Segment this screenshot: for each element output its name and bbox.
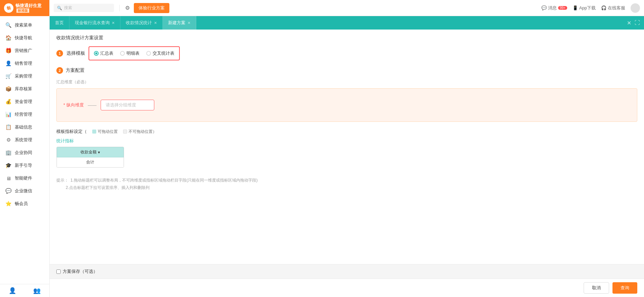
radio-cross-circle (146, 51, 151, 56)
sidebar-item-guide[interactable]: 🎓 新手引导 (0, 159, 49, 172)
tab-home[interactable]: 首页 (50, 16, 69, 30)
wechat-icon: 💬 (5, 188, 11, 194)
tab-expand-icon[interactable]: ⛶ (635, 20, 640, 26)
support-btn[interactable]: 🎧 在线客服 (601, 5, 625, 11)
cart-icon: 🛒 (5, 73, 11, 79)
logo-icon: 畅 (4, 3, 13, 13)
sidebar-footer-avatar1[interactable]: 👤 (9, 287, 16, 294)
tab-new-plan-close[interactable]: ✕ (187, 21, 191, 25)
sidebar-item-system[interactable]: ⚙ 系统管理 (0, 134, 49, 146)
metrics-label: 统计指标 (56, 138, 637, 144)
main-area: 🔍 搜索 ⚙ 体验行业方案 💬 消息 99+ 📱 App下载 🎧 在线客服 (50, 0, 644, 297)
gear-icon: ⚙ (5, 137, 11, 143)
radio-summary-circle (94, 51, 99, 56)
step2-header: 2 方案配置 (56, 67, 637, 74)
metrics-table-wrap: 收款金额 ▾ 合计 (56, 147, 124, 168)
step1-row: 1 选择模板 汇总表 明细表 (56, 46, 637, 60)
edition-badge: 标准版 (16, 8, 30, 13)
radio-detail-circle (120, 51, 125, 56)
topbar-right: 💬 消息 99+ 📱 App下载 🎧 在线客服 (541, 3, 640, 13)
hint-fixed: 不可拖动位置） (123, 129, 157, 135)
sidebar-item-member[interactable]: ⭐ 畅会员 (0, 197, 49, 210)
save-checkbox-label[interactable]: 方案保存（可选） (56, 268, 98, 275)
action-bar: 取消 查询 (50, 279, 644, 297)
download-icon: 📱 (573, 5, 578, 10)
save-checkbox[interactable] (56, 269, 61, 274)
logo-text: 畅捷通好生意 (15, 3, 42, 8)
dimension-title: 汇总维度（必选） (56, 79, 637, 85)
building-icon: 🏢 (5, 150, 11, 156)
footer-save-section: 方案保存（可选） (50, 264, 644, 279)
sidebar-item-basic-info[interactable]: 📋 基础信息 (0, 121, 49, 134)
sidebar-item-smart-hardware[interactable]: 🖥 智能硬件 (0, 172, 49, 185)
radio-summary-dot (95, 52, 97, 54)
topbar-search[interactable]: 🔍 搜索 (54, 4, 114, 12)
metrics-cell-total: 合计 (57, 157, 124, 167)
cancel-button[interactable]: 取消 (584, 282, 609, 294)
dimension-select[interactable]: 请选择分组维度 (101, 100, 154, 110)
tip-title: 提示： 1.拖动标题栏可以调整布局，不可跨维度或指标区域拖动栏目字段(只能在同一… (56, 177, 637, 184)
sidebar-item-sales[interactable]: 👤 销售管理 (0, 57, 49, 70)
topbar-divider (119, 5, 120, 11)
dropdown-icon: ▾ (98, 150, 100, 155)
sidebar-item-inventory[interactable]: 📦 库存核算 (0, 83, 49, 95)
hardware-icon: 🖥 (5, 175, 11, 181)
avatar1-icon: 👤 (9, 287, 16, 294)
gift-icon: 🎁 (5, 48, 11, 54)
metrics-table: 收款金额 ▾ 合计 (57, 147, 124, 167)
list-icon: 📋 (5, 124, 11, 130)
metrics-row: 合计 (57, 157, 124, 167)
notifications-btn[interactable]: 💬 消息 99+ (541, 5, 567, 11)
search-menu-icon: 🔍 (5, 22, 11, 28)
download-btn[interactable]: 📱 App下载 (573, 5, 596, 11)
sidebar-item-marketing[interactable]: 🎁 营销推广 (0, 44, 49, 57)
step1-section: 1 选择模板 汇总表 明细表 (56, 46, 637, 60)
sidebar-item-finance[interactable]: 💰 资金管理 (0, 95, 49, 108)
step2-section: 2 方案配置 汇总维度（必选） * 纵向维度 —— 请选择分组维度 (56, 67, 637, 191)
template-radio-group: 汇总表 明细表 交叉统计表 (89, 46, 180, 60)
settings-icon[interactable]: ⚙ (125, 5, 130, 11)
step2-badge: 2 (56, 67, 63, 74)
query-button[interactable]: 查询 (612, 282, 637, 294)
user-icon: 👤 (5, 60, 11, 66)
tab-bank-flow-close[interactable]: ✕ (112, 21, 115, 25)
sidebar-item-quick-nav[interactable]: 🏠 快捷导航 (0, 32, 49, 44)
dimension-area: * 纵向维度 —— 请选择分组维度 (56, 88, 637, 122)
radio-detail[interactable]: 明细表 (120, 50, 140, 56)
tabbar-controls: ✕ ⛶ (623, 16, 644, 30)
tab-bank-flow[interactable]: 现金银行流水查询 ✕ (69, 16, 120, 30)
radio-cross[interactable]: 交叉统计表 (146, 50, 174, 56)
sidebar-item-operations[interactable]: 📊 经营管理 (0, 108, 49, 121)
fixed-indicator (123, 130, 127, 134)
money-icon: 💰 (5, 99, 11, 105)
sidebar-item-enterprise-collab[interactable]: 🏢 企业协同 (0, 146, 49, 159)
search-icon: 🔍 (57, 6, 62, 10)
tab-new-plan[interactable]: 新建方案 ✕ (163, 16, 196, 30)
content-inner: 收款情况统计方案设置 1 选择模板 汇总表 (50, 30, 644, 264)
tab-collection-stats[interactable]: 收款情况统计 ✕ (120, 16, 163, 30)
chart-icon: 📊 (5, 111, 11, 117)
tab-close-all-icon[interactable]: ✕ (627, 20, 631, 26)
sidebar-nav: 🔍 搜索菜单 🏠 快捷导航 🎁 营销推广 👤 销售管理 🛒 采购管理 📦 库存核… (0, 16, 49, 284)
industry-btn[interactable]: 体验行业方案 (134, 3, 169, 13)
page-title: 收款情况统计方案设置 (56, 35, 637, 41)
radio-summary[interactable]: 汇总表 (94, 50, 113, 56)
tabbar: 首页 现金银行流水查询 ✕ 收款情况统计 ✕ 新建方案 ✕ ✕ ⛶ (50, 16, 644, 30)
sidebar-footer-avatar2[interactable]: 👥 (33, 287, 41, 294)
sidebar-footer: 👤 👥 (0, 284, 49, 297)
step1-label: 选择模板 (66, 50, 85, 56)
notifications-badge: 99+ (558, 6, 567, 10)
sidebar-item-purchase[interactable]: 🛒 采购管理 (0, 70, 49, 83)
sidebar-item-search[interactable]: 🔍 搜索菜单 (0, 19, 49, 32)
hint-draggable: 可拖动位置 (92, 129, 118, 135)
support-icon: 🎧 (601, 5, 606, 10)
tab-collection-stats-close[interactable]: ✕ (154, 21, 157, 25)
sidebar-logo: 畅 畅捷通好生意 标准版 (0, 0, 49, 16)
search-placeholder: 搜索 (64, 5, 72, 11)
tip-line2: 2.点击标题栏下拉可设置排序、插入列和删除列 (56, 184, 637, 192)
sidebar-item-enterprise-wechat[interactable]: 💬 企业微信 (0, 185, 49, 197)
user-avatar[interactable] (631, 3, 640, 13)
metrics-col-header[interactable]: 收款金额 ▾ (57, 147, 124, 157)
step1-badge: 1 (56, 50, 63, 57)
tips-section: 提示： 1.拖动标题栏可以调整布局，不可跨维度或指标区域拖动栏目字段(只能在同一… (56, 177, 637, 191)
